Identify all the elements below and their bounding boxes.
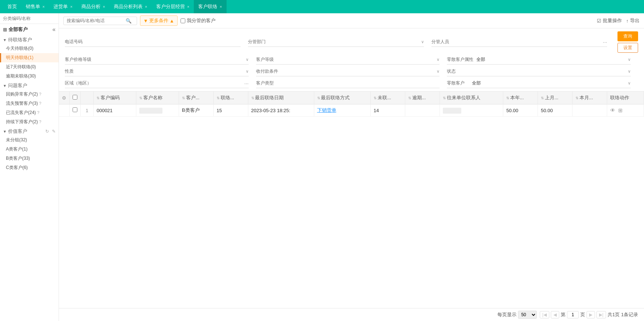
col-last-date[interactable]: 最后联络日期 [248, 92, 314, 104]
col-code[interactable]: 客户编码 [94, 92, 136, 104]
price-level-dropdown-icon[interactable]: ∨ [246, 57, 249, 62]
grid-action-icon[interactable]: ⊞ [618, 107, 623, 113]
sidebar-item-class-a[interactable]: A类客户(1) [0, 145, 59, 154]
col-unit-contact[interactable]: 往来单位联系人 [440, 92, 503, 104]
nav-product-analysis-list[interactable]: 商品分析列表 × [109, 0, 151, 13]
close-customer-contact-icon[interactable]: × [220, 4, 222, 9]
edit-icon[interactable]: ✎ [52, 129, 56, 134]
row-settings [59, 104, 70, 117]
info-icon2: ? [39, 101, 41, 106]
all-customers-header[interactable]: ⊞ 全部客户 « [0, 24, 59, 35]
row-checkbox[interactable] [73, 107, 77, 112]
nav-home[interactable]: 首页 [3, 0, 21, 13]
pending-group-text: 待联络客户 [8, 37, 32, 43]
sidebar-item-repurchase-anomaly[interactable]: 回购异常客户(2) ? [0, 90, 59, 99]
dept-dropdown-icon[interactable]: ∨ [421, 39, 424, 44]
last-method-link[interactable]: 下销货单 [317, 107, 336, 113]
prev-page-button[interactable]: ◀ [551, 311, 559, 318]
payment-dropdown-icon[interactable]: ∨ [437, 69, 440, 74]
info-icon4: ? [39, 120, 41, 124]
nav-sales[interactable]: 销售单 × [21, 0, 49, 13]
col-not-linked[interactable]: 未联... [371, 92, 405, 104]
query-button[interactable]: 查询 [617, 31, 638, 41]
close-sales-icon[interactable]: × [42, 4, 45, 9]
nature-dropdown-icon[interactable]: ∨ [246, 69, 249, 74]
close-product-analysis-icon[interactable]: × [103, 4, 105, 9]
nav-product-analysis[interactable]: 商品分析 × [77, 0, 109, 13]
sidebar-item-churned[interactable]: 已流失客户(24) ? [0, 108, 59, 117]
search-input-wrap: 🔍 [63, 17, 137, 25]
per-page-dropdown[interactable]: 50 100 200 [518, 311, 537, 319]
select-all-checkbox[interactable] [73, 95, 77, 100]
status-dropdown-icon[interactable]: ∨ [628, 69, 631, 74]
manager-dots-icon[interactable]: ··· [603, 39, 607, 45]
batch-op-label: 批量操作 [603, 17, 622, 24]
sidebar-item-overdue[interactable]: 逾期未联络(30) [0, 72, 59, 81]
more-filter-button[interactable]: ▼ 更多条件 ▲ [140, 15, 178, 26]
close-product-analysis-list-icon[interactable]: × [145, 4, 147, 9]
collapse-icon[interactable]: « [52, 26, 56, 33]
sidebar-item-week-pending[interactable]: 近7天待联络(0) [0, 62, 59, 72]
page-number-input[interactable] [567, 311, 579, 318]
close-purchase-icon[interactable]: × [70, 4, 72, 9]
all-customers-label: 全部客户 [8, 26, 28, 33]
sidebar-item-churn-warning[interactable]: 流失预警客户(3) ? [0, 99, 59, 108]
filter-icon: ▼ [143, 18, 148, 24]
nav-purchase[interactable]: 进货单 × [49, 0, 77, 13]
batch-op-button[interactable]: ☑ 批量操作 [597, 17, 622, 24]
row-overdue [405, 104, 440, 117]
col-this-month[interactable]: 本月... [572, 92, 607, 104]
phone-field: 电话号码 [65, 37, 241, 47]
page-of-label: 页 [580, 311, 585, 318]
col-overdue[interactable]: 逾期... [405, 92, 440, 104]
chevron-up-icon: ▲ [169, 18, 174, 24]
filter-row-3: 性质 ∨ 收付款条件 ∨ 状态 ∨ [65, 67, 638, 76]
region-field: 区域（地区） ··· [65, 79, 249, 88]
sidebar-item-class-c[interactable]: C类客户(6) [0, 163, 59, 172]
row-this-month [572, 104, 607, 117]
settings-button[interactable]: 设置 [617, 43, 638, 53]
customer-type-field: 客户类型 [256, 79, 440, 88]
sidebar: 🔍 ⊞ 全部客户 « ▼ 待联络客户 今天待联络(0) 明天待联络(1) 近7天… [0, 13, 59, 321]
nav-customer-contact[interactable]: 客户联络 × [194, 0, 226, 13]
eye-icon[interactable]: 👁 [610, 107, 615, 113]
next-page-button[interactable]: ▶ [587, 311, 595, 318]
sidebar-item-tomorrow-pending[interactable]: 明天待联络(1) [0, 53, 59, 62]
search-icon-main[interactable]: 🔍 [126, 18, 132, 24]
retail-attr-dropdown-icon[interactable]: ∨ [628, 57, 631, 62]
sidebar-item-class-b[interactable]: B类客户(33) [0, 154, 59, 163]
masked-name: Ea [139, 108, 162, 114]
masked-contact: ··· [443, 108, 461, 114]
col-this-year[interactable]: 本年... [503, 92, 538, 104]
region-dots-icon[interactable]: ··· [244, 80, 249, 86]
my-customers-checkbox[interactable] [181, 18, 185, 23]
nature-field: 性质 ∨ [65, 67, 249, 76]
first-page-button[interactable]: |◀ [540, 311, 549, 318]
retail-attr-label: 零散客户属性 [447, 56, 473, 63]
nav-customer-tiering[interactable]: 客户分层经营 × [152, 0, 194, 13]
toolbar-right: ☑ 批量操作 ↑ 导出 [597, 17, 640, 24]
col-last-method[interactable]: 最后联络方式 [314, 92, 371, 104]
status-field: 状态 ∨ [447, 67, 631, 76]
row-name: Ea [136, 104, 179, 117]
info-icon: ? [39, 92, 41, 96]
refresh-icon[interactable]: ↻ [45, 129, 49, 134]
col-last-month[interactable]: 上月... [538, 92, 573, 104]
sidebar-item-ungrouped[interactable]: 未分组(32) [0, 135, 59, 145]
retail-attr-field: 零散客户属性 全部 ∨ [447, 55, 631, 65]
sidebar-item-declining[interactable]: 持续下滑客户(2) ? [0, 117, 59, 127]
sidebar-search-input[interactable] [3, 16, 58, 21]
last-page-button[interactable]: ▶| [596, 311, 606, 318]
col-contact[interactable]: 联络... [213, 92, 248, 104]
customer-level-dropdown-icon[interactable]: ∨ [437, 57, 440, 62]
sidebar-item-today-pending[interactable]: 今天待联络(0) [0, 44, 59, 53]
row-last-month: 50.00 [538, 104, 573, 117]
close-customer-tiering-icon[interactable]: × [187, 4, 189, 9]
col-type[interactable]: 客户... [179, 92, 213, 104]
col-settings[interactable]: ⚙ [59, 92, 70, 104]
col-name[interactable]: 客户名称 [136, 92, 179, 104]
table-row: 1 000021 Ea B类客户 15 2023-05-23 18:25: 下销… [59, 104, 644, 117]
export-button[interactable]: ↑ 导出 [626, 17, 640, 24]
search-input[interactable] [67, 18, 126, 23]
retail-customer-dropdown-icon[interactable]: ∨ [628, 81, 631, 86]
